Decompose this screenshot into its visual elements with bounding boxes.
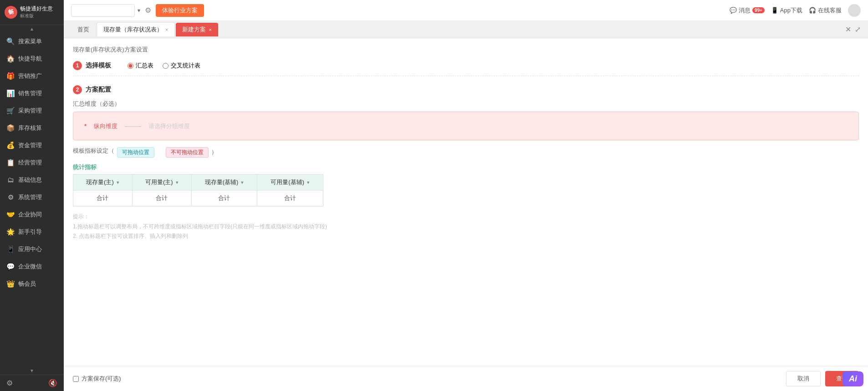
search-dropdown-button[interactable]: ▾ <box>138 7 140 14</box>
section1-header: 1 选择模板 汇总表 交叉统计表 <box>73 61 859 70</box>
topbar: ▾ ⚙ 体验行业方案 💬 消息 99+ 📱 App下载 🎧 在线客服 <box>64 0 868 21</box>
section-choose-template: 1 选择模板 汇总表 交叉统计表 <box>73 61 859 76</box>
section-config: 2 方案配置 汇总维度（必选） * 纵向维度 —— 请选择分组维度 模板指标设定… <box>73 85 859 242</box>
user-avatar[interactable] <box>848 4 861 17</box>
sidebar-item-label: 系统管理 <box>18 193 42 201</box>
sidebar-item-system[interactable]: ⚙ 系统管理 <box>0 189 64 206</box>
tag-fixed: 不可拖动位置 <box>166 147 209 158</box>
tab-home-label: 首页 <box>77 26 89 34</box>
sidebar-item-member[interactable]: 👑 畅会员 <box>0 275 64 293</box>
star-icon: 🌟 <box>6 228 15 236</box>
window-expand-icon[interactable]: ⤢ <box>855 25 861 34</box>
cancel-button[interactable]: 取消 <box>786 371 821 386</box>
ai-badge[interactable]: Ai <box>842 371 863 386</box>
section2-header: 2 方案配置 <box>73 85 859 94</box>
topbar-search-area: ▾ <box>71 4 140 17</box>
sidebar-item-wechat[interactable]: 💬 企业微信 <box>0 258 64 275</box>
message-item[interactable]: 💬 消息 99+ <box>730 6 765 15</box>
sidebar-item-label: 快捷导航 <box>18 55 42 63</box>
footer: 方案保存(可选) 取消 查询 <box>64 366 868 391</box>
sidebar-item-basic[interactable]: 🗂 基础信息 <box>0 171 64 189</box>
sidebar-item-sales[interactable]: 📊 销售管理 <box>0 85 64 102</box>
experience-button[interactable]: 体验行业方案 <box>156 4 204 17</box>
template-cross-option[interactable]: 交叉统计表 <box>163 62 200 70</box>
app-logo: 畅 畅捷通好生意 标准版 <box>0 0 64 25</box>
tab-home[interactable]: 首页 <box>71 23 96 36</box>
dimension-box[interactable]: * 纵向维度 —— 请选择分组维度 <box>73 112 859 140</box>
col-header-4[interactable]: 可用量(基辅) ▾ <box>257 175 323 190</box>
sidebar: 畅 畅捷通好生意 标准版 ▲ 🔍 搜索菜单 🏠 快捷导航 🎁 营销推广 📊 销售… <box>0 0 64 391</box>
mobile-icon: 📱 <box>6 245 15 253</box>
col4-dropdown-icon[interactable]: ▾ <box>307 180 310 185</box>
tips-section: 提示： 1.拖动标题栏可以调整布局，不可跨维度或指标区域拖动栏目字段(只能在同一… <box>73 212 859 242</box>
tab-new-label: 新建方案 <box>182 26 206 34</box>
sidebar-scroll-up[interactable]: ▲ <box>0 25 64 33</box>
col-header-3[interactable]: 现存量(基辅) ▾ <box>191 175 257 190</box>
col2-sub: 合计 <box>132 190 191 206</box>
sidebar-scroll-down[interactable]: ▼ <box>0 367 64 375</box>
tab-new-plan[interactable]: 新建方案 × <box>176 23 218 36</box>
tabbar: 首页 现存量（库存状况表） × 新建方案 × ✕ ⤢ <box>64 21 868 38</box>
sidebar-item-label: 营销推广 <box>18 72 42 80</box>
sidebar-item-label: 企业微信 <box>18 262 42 271</box>
col4-label: 可用量(基辅) <box>271 178 304 186</box>
tab-inventory-label: 现存量（库存状况表） <box>103 26 163 34</box>
dimension-label: 汇总维度（必选） <box>73 100 859 108</box>
search-input[interactable] <box>71 4 135 17</box>
sidebar-item-finance[interactable]: 💰 资金管理 <box>0 137 64 154</box>
col-header-1[interactable]: 现存量(主) ▾ <box>73 175 133 190</box>
section1-title: 选择模板 <box>86 62 111 70</box>
app-download-item[interactable]: 📱 App下载 <box>771 6 802 15</box>
sidebar-item-label: 新手引导 <box>18 228 42 236</box>
window-close-icon[interactable]: ✕ <box>845 25 851 34</box>
stats-table: 现存量(主) ▾ 可用量(主) ▾ <box>73 174 323 206</box>
sidebar-item-search[interactable]: 🔍 搜索菜单 <box>0 33 64 50</box>
sidebar-item-operations[interactable]: 📋 经营管理 <box>0 154 64 171</box>
col3-dropdown-icon[interactable]: ▾ <box>241 180 244 185</box>
col2-label: 可用量(主) <box>145 178 173 186</box>
sidebar-item-inventory[interactable]: 📦 库存核算 <box>0 119 64 137</box>
app-name: 畅捷通好生意 <box>20 5 53 13</box>
col4-sub: 合计 <box>257 190 323 206</box>
logo-icon: 畅 <box>5 6 17 19</box>
settings-bottom-icon[interactable]: ⚙ <box>6 379 13 387</box>
online-service-item[interactable]: 🎧 在线客服 <box>809 6 842 15</box>
chart-icon: 📊 <box>6 89 15 98</box>
sidebar-item-label: 畅会员 <box>18 280 36 288</box>
sidebar-item-shortcuts[interactable]: 🏠 快捷导航 <box>0 50 64 67</box>
save-checkbox[interactable] <box>73 376 79 382</box>
col2-dropdown-icon[interactable]: ▾ <box>176 180 179 185</box>
template-summary-label: 汇总表 <box>136 62 153 70</box>
main-area: ▾ ⚙ 体验行业方案 💬 消息 99+ 📱 App下载 🎧 在线客服 <box>64 0 868 391</box>
tip-item-2: 2. 点击标题栏下拉可设置排序、插入列和删除列 <box>73 232 859 242</box>
sidebar-item-cooperation[interactable]: 🤝 企业协同 <box>0 206 64 223</box>
sidebar-item-newguide[interactable]: 🌟 新手引导 <box>0 223 64 241</box>
dimension-field-label: 纵向维度 <box>94 122 117 130</box>
app-download-label: App下载 <box>780 6 802 15</box>
col1-label: 现存量(主) <box>86 178 114 186</box>
tab-new-close-icon[interactable]: × <box>209 27 211 32</box>
window-controls: ✕ ⤢ <box>845 25 861 34</box>
template-summary-radio[interactable] <box>128 63 133 69</box>
col1-dropdown-icon[interactable]: ▾ <box>117 180 119 185</box>
wechat-icon: 💬 <box>6 262 15 271</box>
cart-icon: 🛒 <box>6 107 15 115</box>
tab-inventory-close-icon[interactable]: × <box>165 27 168 32</box>
col-header-2[interactable]: 可用量(主) ▾ <box>132 175 191 190</box>
col1-sub: 合计 <box>73 190 133 206</box>
message-badge: 99+ <box>752 7 765 13</box>
template-cross-radio[interactable] <box>163 63 168 69</box>
sidebar-item-purchase[interactable]: 🛒 采购管理 <box>0 102 64 119</box>
topbar-settings-icon[interactable]: ⚙ <box>145 6 151 15</box>
template-summary-option[interactable]: 汇总表 <box>128 62 153 70</box>
dimension-placeholder: 请选择分组维度 <box>148 122 190 130</box>
sidebar-nav: 🔍 搜索菜单 🏠 快捷导航 🎁 营销推广 📊 销售管理 🛒 采购管理 📦 库存核… <box>0 33 64 367</box>
sidebar-item-label: 搜索菜单 <box>18 37 42 46</box>
audio-icon[interactable]: 🔇 <box>48 379 57 387</box>
clipboard-icon: 📋 <box>6 159 15 167</box>
tab-inventory-status[interactable]: 现存量（库存状况表） × <box>97 22 175 36</box>
sidebar-item-appcenter[interactable]: 📱 应用中心 <box>0 241 64 258</box>
sidebar-item-label: 库存核算 <box>18 124 42 132</box>
topbar-right: 💬 消息 99+ 📱 App下载 🎧 在线客服 <box>730 4 861 17</box>
sidebar-item-marketing[interactable]: 🎁 营销推广 <box>0 67 64 85</box>
